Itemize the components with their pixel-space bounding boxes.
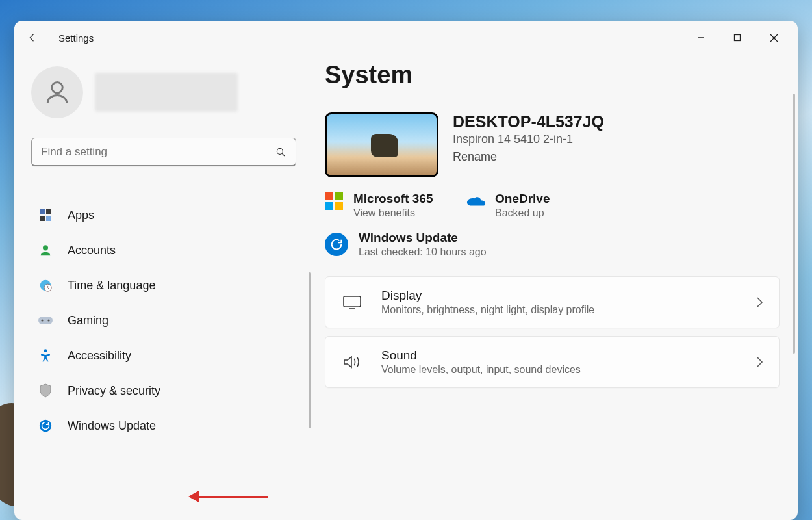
svg-rect-25: [344, 296, 361, 307]
tile-title: Microsoft 365: [353, 192, 433, 206]
titlebar: Settings: [14, 21, 798, 55]
device-model: Inspiron 14 5410 2-in-1: [453, 133, 604, 146]
svg-point-5: [277, 148, 283, 154]
svg-point-17: [41, 319, 43, 321]
sidebar-item-label: Apps: [68, 209, 94, 222]
chevron-right-icon: [755, 296, 763, 308]
shield-icon: [38, 383, 53, 398]
profile-section[interactable]: [31, 66, 296, 118]
card-display[interactable]: Display Monitors, brightness, night ligh…: [325, 276, 780, 328]
apps-icon: [38, 207, 53, 223]
accounts-icon: [38, 242, 53, 258]
app-title: Settings: [58, 32, 94, 44]
svg-rect-22: [335, 192, 343, 200]
sidebar-item-privacy[interactable]: Privacy & security: [31, 373, 296, 408]
svg-rect-8: [46, 209, 51, 214]
chevron-right-icon: [755, 356, 763, 368]
sidebar-scrollbar[interactable]: [309, 272, 311, 428]
card-title: Sound: [381, 348, 581, 363]
sidebar-item-windows-update[interactable]: Windows Update: [31, 408, 296, 443]
search-input[interactable]: [41, 146, 275, 159]
svg-rect-16: [38, 317, 53, 324]
minimize-button[interactable]: [686, 27, 716, 48]
svg-rect-21: [325, 192, 333, 200]
sidebar: Apps Accounts Time & language: [14, 55, 313, 520]
microsoft-logo-icon: [325, 192, 344, 211]
card-subtitle: Monitors, brightness, night light, displ…: [381, 304, 594, 316]
svg-point-4: [52, 82, 63, 93]
svg-point-20: [40, 420, 51, 432]
sidebar-item-label: Accounts: [68, 244, 116, 257]
minimize-icon: [697, 34, 705, 42]
tile-title: OneDrive: [495, 192, 550, 206]
user-name-redacted: [95, 73, 238, 112]
tile-onedrive[interactable]: OneDrive Backed up: [466, 192, 596, 219]
sidebar-item-label: Privacy & security: [68, 384, 160, 398]
svg-rect-23: [325, 202, 333, 210]
page-title: System: [325, 61, 780, 89]
clock-globe-icon: [38, 278, 53, 293]
desktop-thumbnail[interactable]: [325, 112, 438, 177]
close-icon: [770, 34, 778, 42]
search-icon: [275, 146, 286, 158]
svg-rect-7: [40, 209, 45, 214]
display-icon: [341, 291, 363, 313]
svg-rect-1: [735, 35, 741, 41]
svg-rect-9: [40, 216, 45, 221]
search-box[interactable]: [31, 138, 296, 166]
nav-list: Apps Accounts Time & language: [31, 198, 296, 443]
tile-subtitle: Backed up: [495, 207, 550, 219]
sidebar-item-time-language[interactable]: Time & language: [31, 268, 296, 303]
svg-point-18: [47, 319, 49, 321]
avatar: [31, 66, 83, 118]
back-button[interactable]: [23, 29, 42, 47]
sound-icon: [341, 351, 363, 373]
sidebar-item-label: Accessibility: [68, 349, 131, 363]
device-section: DESKTOP-4L537JQ Inspiron 14 5410 2-in-1 …: [325, 112, 780, 177]
update-icon: [38, 418, 53, 434]
tile-subtitle: Last checked: 10 hours ago: [359, 246, 487, 258]
update-circle-icon: [325, 233, 348, 256]
card-sound[interactable]: Sound Volume levels, output, input, soun…: [325, 336, 780, 388]
maximize-button[interactable]: [722, 27, 752, 48]
close-button[interactable]: [759, 27, 789, 48]
gaming-icon: [38, 313, 53, 328]
sidebar-item-apps[interactable]: Apps: [31, 198, 296, 233]
sidebar-item-label: Gaming: [68, 314, 108, 328]
tile-windows-update[interactable]: Windows Update Last checked: 10 hours ag…: [325, 231, 780, 258]
sidebar-item-gaming[interactable]: Gaming: [31, 303, 296, 338]
tile-microsoft-365[interactable]: Microsoft 365 View benefits: [325, 192, 455, 219]
main-scrollbar[interactable]: [793, 94, 795, 354]
svg-point-11: [43, 245, 48, 250]
tile-subtitle: View benefits: [353, 207, 433, 219]
onedrive-icon: [466, 192, 486, 211]
accessibility-icon: [38, 348, 53, 363]
svg-rect-10: [46, 216, 51, 221]
arrow-left-icon: [27, 32, 38, 44]
card-title: Display: [381, 289, 594, 303]
svg-rect-24: [335, 202, 343, 210]
main-content: System DESKTOP-4L537JQ Inspiron 14 5410 …: [313, 55, 798, 520]
sidebar-item-label: Windows Update: [68, 419, 156, 433]
sidebar-item-accounts[interactable]: Accounts: [31, 233, 296, 268]
sidebar-item-accessibility[interactable]: Accessibility: [31, 338, 296, 373]
card-subtitle: Volume levels, output, input, sound devi…: [381, 364, 581, 376]
sidebar-item-label: Time & language: [68, 279, 155, 292]
tile-title: Windows Update: [359, 231, 487, 245]
device-name: DESKTOP-4L537JQ: [453, 112, 604, 131]
svg-point-19: [44, 349, 47, 352]
maximize-icon: [733, 34, 741, 42]
svg-line-6: [282, 153, 285, 156]
person-icon: [43, 78, 71, 107]
settings-window: Settings: [14, 21, 798, 520]
rename-link[interactable]: Rename: [453, 150, 604, 164]
